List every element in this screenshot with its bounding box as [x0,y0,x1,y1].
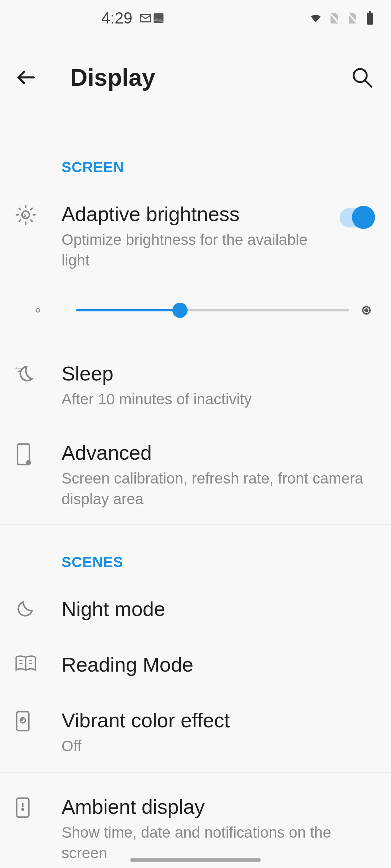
battery-icon [363,12,377,25]
page-title: Display [70,64,155,91]
setting-subtitle: Optimize brightness for the available li… [62,230,340,271]
setting-subtitle: After 10 minutes of inactivity [62,389,377,410]
svg-text:z: z [15,365,17,370]
brightness-low-icon [31,304,45,317]
book-icon [14,652,62,673]
setting-advanced[interactable]: Advanced Screen calibration, refresh rat… [0,425,391,524]
svg-line-16 [19,220,21,221]
wifi-icon [309,12,322,25]
svg-point-19 [36,309,40,312]
setting-title: Ambient display [62,794,377,820]
palette-phone-icon [14,708,62,732]
setting-night-mode[interactable]: Night mode [0,581,391,637]
setting-title: Vibrant color effect [62,708,377,733]
setting-subtitle: Show time, date and notifications on the… [62,822,377,863]
section-header-screen: SCREEN [0,119,391,186]
setting-sleep[interactable]: zz Sleep After 10 minutes of inactivity [0,346,391,425]
setting-subtitle: Screen calibration, refresh rate, front … [62,468,377,509]
sim-disabled-icon [327,12,340,25]
sleep-icon: zz [14,361,62,384]
svg-line-17 [31,208,32,210]
moon-icon [14,596,62,620]
sim-disabled-icon [345,12,358,25]
setting-ambient-display[interactable]: Ambient display Show time, date and noti… [0,773,391,868]
status-time: 4:29 [101,9,133,27]
svg-line-14 [19,208,21,210]
back-button[interactable] [14,66,38,89]
svg-point-25 [26,460,31,465]
svg-rect-5 [369,11,371,13]
setting-title: Advanced [62,440,377,465]
svg-point-34 [22,809,24,810]
svg-text:z: z [18,367,21,374]
brightness-high-icon [360,304,373,317]
svg-point-21 [365,309,368,312]
mail-icon [139,12,152,25]
slider-thumb[interactable] [172,303,188,318]
svg-rect-4 [367,13,373,25]
svg-rect-30 [17,712,29,731]
svg-point-32 [21,719,23,720]
svg-line-8 [365,80,371,87]
status-bar: 4:29 [0,0,391,36]
ambient-display-icon [14,794,62,819]
image-icon [152,12,165,25]
setting-title: Sleep [62,361,377,386]
brightness-auto-icon: A [14,201,62,226]
setting-title: Night mode [62,596,377,622]
svg-text:A: A [23,213,27,219]
setting-title: Reading Mode [62,652,377,677]
section-header-scenes: SCENES [0,525,391,581]
adaptive-brightness-toggle[interactable] [340,208,373,227]
setting-subtitle: Off [62,736,377,757]
setting-reading-mode[interactable]: Reading Mode [0,637,391,693]
app-bar: Display [0,36,391,119]
brightness-slider-row [0,286,391,346]
nav-handle[interactable] [130,858,261,862]
brightness-slider[interactable] [76,309,349,311]
setting-vibrant-color[interactable]: Vibrant color effect Off [0,693,391,772]
search-button[interactable] [348,63,377,92]
setting-title: Adaptive brightness [62,201,340,227]
svg-line-15 [31,220,32,221]
phone-settings-icon [14,440,62,466]
setting-adaptive-brightness[interactable]: A Adaptive brightness Optimize brightnes… [0,186,391,286]
svg-rect-33 [17,798,29,817]
